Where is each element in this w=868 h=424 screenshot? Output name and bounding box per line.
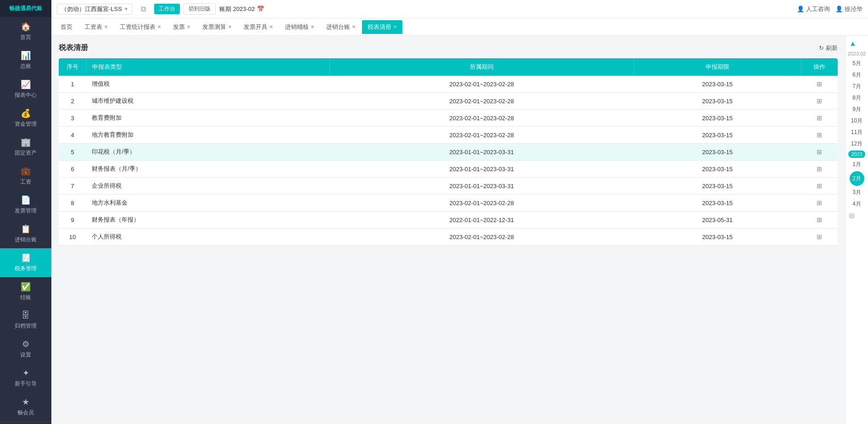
cell-period: 2023-02-01~2023-02-28 xyxy=(329,195,634,212)
sidebar-item-settings[interactable]: ⚙ 设置 xyxy=(0,335,51,363)
cell-deadline: 2023-03-15 xyxy=(634,161,801,178)
sidebar-item-payroll[interactable]: 💼 工资 xyxy=(0,162,51,190)
copy-button[interactable]: ⧉ xyxy=(136,4,150,15)
panel-month-10[interactable]: 10月 xyxy=(848,115,866,127)
tab-purchase-audit[interactable]: 进销稽核 ✕ xyxy=(279,20,320,34)
cell-period: 2022-01-01~2022-12-31 xyxy=(329,212,634,229)
table-row: 8 地方水利基金 2023-02-01~2023-02-28 2023-03-1… xyxy=(59,195,838,212)
table-row: 9 财务报表（年报） 2022-01-01~2022-12-31 2023-05… xyxy=(59,212,838,229)
sidebar-item-sales[interactable]: 📋 进销台账 xyxy=(0,219,51,248)
topbar: （勿动）江西服宣-LSS ▼ ⧉ 工作台 切到旧版 账期 2023-02 📅 👤… xyxy=(51,0,868,18)
refresh-label: 刷新 xyxy=(826,44,838,52)
tab-payroll[interactable]: 工资表 ✕ xyxy=(79,20,113,34)
view-action-icon[interactable]: ⊞ xyxy=(817,199,822,206)
tab-tax-list[interactable]: 税表清册 ✕ xyxy=(362,20,402,34)
tab-label: 税表清册 xyxy=(367,23,391,31)
sidebar-item-invoice[interactable]: 📄 发票管理 xyxy=(0,190,51,219)
sidebar-item-funds[interactable]: 💰 资金管理 xyxy=(0,104,51,133)
panel-month-9[interactable]: 9月 xyxy=(848,104,866,115)
view-action-icon[interactable]: ⊞ xyxy=(817,80,822,88)
panel-month-3[interactable]: 3月 xyxy=(848,187,866,198)
table-row: 6 财务报表（月/季） 2023-01-01~2023-03-31 2023-0… xyxy=(59,161,838,178)
view-action-icon[interactable]: ⊞ xyxy=(817,233,822,240)
switch-version-button[interactable]: 切到旧版 xyxy=(184,3,216,15)
view-action-icon[interactable]: ⊞ xyxy=(817,165,822,173)
panel-month-2-active[interactable]: 2月 xyxy=(850,171,864,186)
cell-type: 地方水利基金 xyxy=(86,195,329,212)
tab-label: 工资表 xyxy=(84,23,102,31)
table-row: 1 增值税 2023-02-01~2023-02-28 2023-03-15 ⊞ xyxy=(59,76,838,93)
cell-action: ⊞ xyxy=(801,212,838,229)
cell-type: 印花税（月/季） xyxy=(86,144,329,161)
view-action-icon[interactable]: ⊞ xyxy=(817,216,822,223)
tab-label: 首页 xyxy=(61,23,72,31)
cell-period: 2023-02-01~2023-02-28 xyxy=(329,229,634,245)
panel-month-4[interactable]: 4月 xyxy=(848,198,866,210)
cell-type: 地方教育费附加 xyxy=(86,127,329,144)
panel-close-icon[interactable]: ⊗ xyxy=(847,210,856,222)
tab-close-icon[interactable]: ✕ xyxy=(311,24,314,29)
cell-action: ⊞ xyxy=(801,229,838,245)
cell-deadline: 2023-05-31 xyxy=(634,212,801,229)
period-label: 账期 xyxy=(219,5,231,13)
tab-invoice-calc[interactable]: 发票测算 ✕ xyxy=(197,20,237,34)
cell-deadline: 2023-03-15 xyxy=(634,93,801,110)
sidebar-item-member[interactable]: ★ 畅会员 xyxy=(0,392,51,421)
tab-close-icon[interactable]: ✕ xyxy=(393,24,397,29)
tab-label: 发票测算 xyxy=(202,23,226,31)
view-action-icon[interactable]: ⊞ xyxy=(817,97,822,105)
view-action-icon[interactable]: ⊞ xyxy=(817,148,822,156)
panel-month-5[interactable]: 5月 xyxy=(848,58,866,69)
tab-home[interactable]: 首页 xyxy=(55,20,78,34)
refresh-button[interactable]: ↻ 刷新 xyxy=(819,44,838,52)
panel-month-11[interactable]: 11月 xyxy=(848,127,866,138)
company-selector[interactable]: （勿动）江西服宣-LSS ▼ xyxy=(57,4,133,15)
workspace-button[interactable]: 工作台 xyxy=(154,4,180,14)
main-area: （勿动）江西服宣-LSS ▼ ⧉ 工作台 切到旧版 账期 2023-02 📅 👤… xyxy=(51,0,868,424)
tab-close-icon[interactable]: ✕ xyxy=(352,24,356,29)
panel-month-8[interactable]: 8月 xyxy=(848,92,866,104)
panel-month-1[interactable]: 1月 xyxy=(848,159,866,170)
tab-close-icon[interactable]: ✕ xyxy=(269,24,273,29)
panel-year-badge: 2023 xyxy=(848,151,865,158)
sidebar-item-assets[interactable]: 🏢 固定资产 xyxy=(0,133,51,162)
guide-icon: ✦ xyxy=(22,368,29,378)
sidebar-item-reports[interactable]: 📈 报表中心 xyxy=(0,75,51,104)
sidebar-item-ledger[interactable]: 📊 总账 xyxy=(0,46,51,75)
tab-close-icon[interactable]: ✕ xyxy=(157,24,161,29)
tab-payroll-stats[interactable]: 工资统计报表 ✕ xyxy=(114,20,167,34)
page-content: 税表清册 ↻ 刷新 序号 申报表类型 所属期间 申报期限 操作 xyxy=(51,36,845,424)
help-button[interactable]: 👤 人工咨询 xyxy=(797,5,830,13)
nav-tabs: 首页 工资表 ✕ 工资统计报表 ✕ 发票 ✕ 发票测算 ✕ 发票开具 ✕ 进销稽… xyxy=(51,18,868,36)
sidebar-item-close[interactable]: ✅ 结账 xyxy=(0,277,51,306)
panel-month-12[interactable]: 12月 xyxy=(848,138,866,150)
unpin-button[interactable]: ↩取消固定 xyxy=(0,421,51,424)
panel-month-7[interactable]: 7月 xyxy=(848,81,866,92)
cell-seq: 10 xyxy=(59,229,86,245)
view-action-icon[interactable]: ⊞ xyxy=(817,114,822,122)
user-menu[interactable]: 👤 徐泾华 xyxy=(835,5,862,13)
cell-action: ⊞ xyxy=(801,76,838,93)
cell-action: ⊞ xyxy=(801,110,838,127)
tab-purchase-ledger[interactable]: 进销台账 ✕ xyxy=(321,20,361,34)
tab-invoice[interactable]: 发票 ✕ xyxy=(167,20,196,34)
calendar-icon[interactable]: 📅 xyxy=(257,6,264,12)
help-icon: 👤 xyxy=(797,6,804,12)
view-action-icon[interactable]: ⊞ xyxy=(817,182,822,190)
tab-close-icon[interactable]: ✕ xyxy=(104,24,108,29)
view-action-icon[interactable]: ⊞ xyxy=(817,131,822,139)
tab-close-icon[interactable]: ✕ xyxy=(228,24,232,29)
panel-month-6[interactable]: 6月 xyxy=(848,69,866,81)
app-logo: 畅捷通易代账 xyxy=(0,0,51,17)
tab-close-icon[interactable]: ✕ xyxy=(187,24,190,29)
tab-invoice-open[interactable]: 发票开具 ✕ xyxy=(238,20,278,34)
sidebar-item-tax[interactable]: 🧾 税务管理 xyxy=(0,248,51,277)
panel-up-icon[interactable]: ▲ xyxy=(847,38,858,50)
archive-icon: 🗄 xyxy=(22,311,30,320)
cell-action: ⊞ xyxy=(801,161,838,178)
sidebar-item-home[interactable]: 🏠 首页 xyxy=(0,17,51,46)
sidebar-item-archive[interactable]: 🗄 归档管理 xyxy=(0,306,51,335)
sidebar-item-guide[interactable]: ✦ 新手引导 xyxy=(0,363,51,392)
sidebar-item-label: 工资 xyxy=(20,178,31,186)
close-accounts-icon: ✅ xyxy=(21,282,31,292)
